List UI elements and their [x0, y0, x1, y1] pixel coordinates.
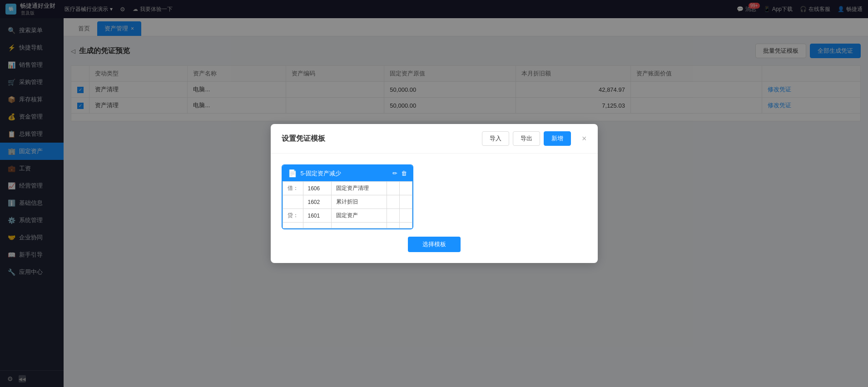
- template-entry-row: 1602 累计折旧: [283, 195, 412, 209]
- template-delete-btn[interactable]: 🗑: [401, 170, 407, 177]
- entry-name: 累计折旧: [332, 195, 387, 209]
- entry-code: 1601: [303, 209, 332, 223]
- entry-credit: [399, 182, 412, 195]
- entry-debit: [387, 209, 400, 223]
- template-edit-btn[interactable]: ✏: [392, 170, 397, 177]
- template-body: 借： 1606 固定资产清理 1602 累计折旧: [283, 181, 412, 228]
- entry-type: [283, 195, 303, 209]
- template-entry-row: 借： 1606 固定资产清理: [283, 182, 412, 195]
- entry-type: 借：: [283, 182, 303, 195]
- modal-close-btn[interactable]: ×: [582, 134, 587, 144]
- entry-code: 1606: [303, 182, 332, 195]
- template-empty-row: [283, 223, 412, 228]
- entry-name: 固定资产: [332, 209, 387, 223]
- modal-body: 📄 5-固定资产减少 ✏ 🗑 借： 1606 固: [271, 154, 598, 263]
- entry-code: 1602: [303, 195, 332, 209]
- template-entry-row: 贷： 1601 固定资产: [283, 209, 412, 223]
- modal-header: 设置凭证模板 导入 导出 新增 ×: [271, 124, 598, 154]
- entry-credit: [399, 195, 412, 209]
- select-template-btn-wrap: 选择模板: [282, 237, 587, 252]
- modal-actions: 导入 导出 新增: [482, 131, 571, 146]
- import-btn[interactable]: 导入: [482, 131, 509, 146]
- template-card-actions: ✏ 🗑: [392, 170, 407, 177]
- entry-type: 贷：: [283, 209, 303, 223]
- template-doc-icon: 📄: [288, 169, 297, 178]
- voucher-template-modal: 设置凭证模板 导入 导出 新增 × 📄 5-固定资产减少 ✏ 🗑: [271, 124, 598, 263]
- template-card-header: 📄 5-固定资产减少 ✏ 🗑: [283, 165, 412, 181]
- entry-name: 固定资产清理: [332, 182, 387, 195]
- template-card-title: 5-固定资产减少: [301, 169, 342, 178]
- entry-debit: [387, 182, 400, 195]
- entry-credit: [399, 209, 412, 223]
- new-btn[interactable]: 新增: [544, 131, 571, 146]
- entry-debit: [387, 195, 400, 209]
- export-btn[interactable]: 导出: [513, 131, 540, 146]
- modal-overlay: 设置凭证模板 导入 导出 新增 × 📄 5-固定资产减少 ✏ 🗑: [0, 0, 868, 387]
- modal-title: 设置凭证模板: [282, 134, 325, 144]
- template-card: 📄 5-固定资产减少 ✏ 🗑 借： 1606 固: [282, 164, 413, 229]
- template-entries-table: 借： 1606 固定资产清理 1602 累计折旧: [283, 181, 412, 228]
- select-template-btn[interactable]: 选择模板: [408, 237, 461, 252]
